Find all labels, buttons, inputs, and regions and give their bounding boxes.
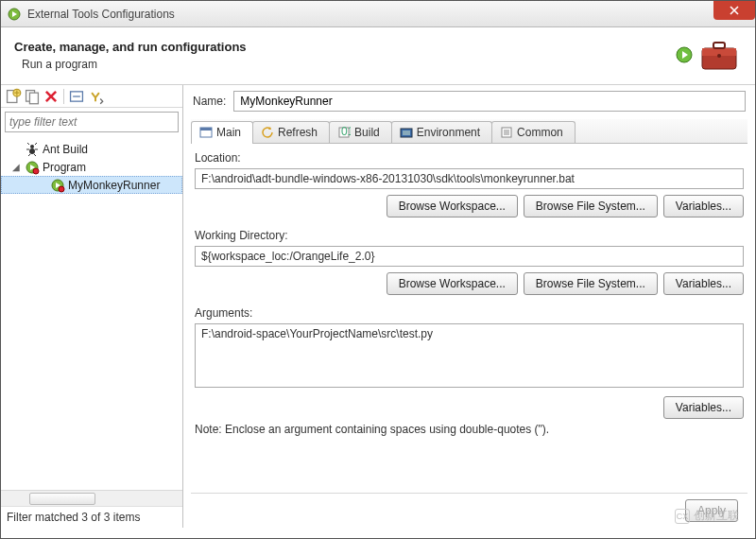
arguments-group: Arguments: F:\android-space\YourProjectN… [195, 306, 744, 436]
working-dir-group: Working Directory: Browse Workspace... B… [195, 229, 744, 295]
tab-label: Environment [417, 126, 480, 139]
svg-rect-18 [200, 128, 212, 130]
arguments-input[interactable]: F:\android-space\YourProjectName\src\tes… [195, 323, 744, 388]
working-dir-label: Working Directory: [195, 229, 744, 242]
tab-main[interactable]: Main [191, 121, 253, 144]
location-group: Location: Browse Workspace... Browse Fil… [195, 151, 744, 217]
tree-node-program[interactable]: ◢ Program [1, 158, 182, 176]
tab-refresh[interactable]: Refresh [252, 121, 330, 143]
window-title: External Tools Configurations [27, 8, 175, 21]
dialog-header: Create, manage, and run configurations R… [1, 27, 755, 85]
filter-menu-icon[interactable] [87, 88, 104, 105]
app-icon [7, 7, 22, 22]
header-subtitle: Run a program [22, 58, 247, 71]
svg-text:010: 010 [341, 126, 351, 138]
program-icon [50, 178, 65, 193]
run-icon [676, 46, 693, 63]
arguments-note: Note: Enclose an argument containing spa… [195, 423, 744, 436]
svg-point-16 [59, 186, 64, 192]
delete-config-icon[interactable] [43, 88, 60, 105]
sidebar-hscrollbar[interactable] [1, 491, 182, 507]
svg-point-11 [30, 145, 34, 148]
sidebar-toolbar [1, 85, 182, 108]
svg-rect-9 [29, 93, 38, 104]
svg-point-12 [29, 148, 35, 154]
build-icon: 010 [337, 126, 351, 139]
tab-bar: Main Refresh 010 Build Environment Commo… [191, 119, 747, 144]
tab-common[interactable]: Common [491, 121, 576, 143]
dialog-body: Ant Build ◢ Program MyMonkeyRunner Filte… [1, 85, 755, 528]
working-dir-input[interactable] [195, 246, 744, 267]
tab-label: Build [354, 126, 380, 139]
name-row: Name: [191, 87, 747, 119]
config-tree: Ant Build ◢ Program MyMonkeyRunner [1, 136, 182, 490]
duplicate-config-icon[interactable] [24, 88, 41, 105]
tab-build[interactable]: 010 Build [329, 121, 392, 143]
name-label: Name: [193, 95, 226, 108]
tab-label: Common [517, 126, 563, 139]
svg-point-14 [33, 168, 39, 174]
location-label: Location: [195, 151, 744, 165]
tab-label: Main [216, 126, 241, 139]
common-icon [500, 126, 513, 139]
tab-environment[interactable]: Environment [391, 121, 492, 143]
ant-icon [25, 142, 40, 157]
filter-status: Filter matched 3 of 3 items [1, 507, 182, 528]
workingdir-browse-workspace-button[interactable]: Browse Workspace... [387, 272, 518, 295]
refresh-icon [261, 126, 274, 139]
arguments-variables-button[interactable]: Variables... [663, 396, 744, 419]
workingdir-browse-filesystem-button[interactable]: Browse File System... [524, 272, 658, 295]
tree-label: Ant Build [43, 143, 88, 156]
location-input[interactable] [195, 168, 744, 189]
tree-label: MyMonkeyRunner [68, 179, 160, 192]
workingdir-variables-button[interactable]: Variables... [663, 272, 744, 295]
tree-node-mymonkeyrunner[interactable]: MyMonkeyRunner [1, 176, 182, 194]
svg-point-5 [717, 54, 721, 58]
tab-label: Refresh [278, 126, 318, 139]
tree-label: Program [43, 161, 86, 174]
titlebar: External Tools Configurations [1, 1, 755, 27]
tree-node-ant-build[interactable]: Ant Build [1, 140, 182, 158]
apply-button[interactable]: Apply [685, 499, 738, 522]
svg-rect-4 [713, 43, 725, 48]
filter-box [5, 112, 179, 132]
location-browse-workspace-button[interactable]: Browse Workspace... [387, 195, 518, 217]
close-button[interactable] [713, 1, 755, 20]
main-tab-panel: Location: Browse Workspace... Browse Fil… [191, 144, 747, 493]
main-footer: Apply [191, 493, 747, 528]
name-input[interactable] [233, 91, 746, 112]
collapse-all-icon[interactable] [68, 88, 85, 105]
new-config-icon[interactable] [5, 88, 22, 105]
location-browse-filesystem-button[interactable]: Browse File System... [524, 195, 658, 217]
location-variables-button[interactable]: Variables... [663, 195, 744, 217]
toolbox-icon [696, 35, 742, 75]
toolbar-separator [63, 89, 64, 104]
program-icon [25, 160, 40, 175]
svg-rect-22 [403, 130, 410, 135]
sidebar: Ant Build ◢ Program MyMonkeyRunner Filte… [1, 85, 183, 528]
filter-input[interactable] [5, 112, 179, 132]
header-title: Create, manage, and run configurations [14, 40, 247, 54]
environment-icon [400, 126, 413, 139]
main-panel: Name: Main Refresh 010 Build Environment [183, 85, 755, 528]
arguments-label: Arguments: [195, 306, 744, 320]
collapse-icon[interactable]: ◢ [10, 162, 22, 172]
main-tab-icon [199, 126, 213, 139]
